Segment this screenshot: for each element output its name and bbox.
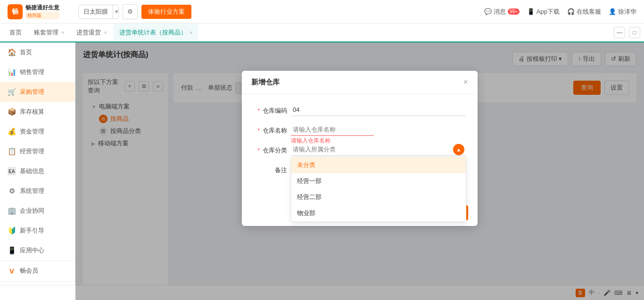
avatar-icon: 👤 — [609, 8, 616, 15]
message-btn[interactable]: 💬 消息 99+ — [484, 8, 520, 16]
warehouse-name-input[interactable] — [291, 124, 374, 136]
sidebar-item-system[interactable]: ⚙ 系统管理 — [0, 181, 75, 201]
modal-overlay: 新增仓库 × * 仓库编码 — [75, 42, 644, 300]
sidebar-item-system-label: 系统管理 — [20, 187, 44, 195]
category-dropdown-list: 未分类 经营一部 经营二部 物业部 — [291, 157, 466, 222]
operations-icon: 📋 — [8, 147, 16, 156]
gear-icon: ⚙ — [127, 8, 133, 15]
sidebar: 🏠 首页 📊 销售管理 🛒 采购管理 📦 库存核算 💰 资金管理 📋 经营管理 … — [0, 42, 75, 300]
tab-purchase-stats[interactable]: 进货单统计表（按商品） × — [114, 24, 198, 42]
logo-area: 畅 畅捷通好生意 精简版 — [8, 4, 78, 19]
modal-close-button[interactable]: × — [463, 77, 468, 87]
logo-text: 畅捷通好生意 精简版 — [25, 4, 59, 19]
sidebar-item-sales-label: 销售管理 — [20, 68, 44, 76]
modal-header: 新增仓库 × — [242, 71, 478, 94]
tab-purchase-stats-label: 进货单统计表（按商品） — [119, 28, 187, 37]
phone-icon: 📱 — [527, 8, 535, 15]
user-avatar[interactable]: 👤 徐泽华 — [609, 8, 636, 16]
sidebar-item-purchase[interactable]: 🛒 采购管理 — [0, 82, 75, 102]
tab-minimize-btn[interactable]: — — [614, 27, 625, 38]
form-row-category: * 仓库分类 ▲ 未分类 经营一部 经营二部 物业部 — [253, 143, 466, 156]
sidebar-item-inventory[interactable]: 📦 库存核算 — [0, 102, 75, 122]
sidebar-item-purchase-label: 采购管理 — [20, 88, 44, 96]
chevron-down-icon: ▾ — [115, 8, 118, 15]
category-input[interactable] — [291, 143, 466, 156]
tab-purchase-return-label: 进货退货 — [76, 28, 101, 37]
tab-bar-actions: — □ — [614, 24, 640, 42]
try-industry-button[interactable]: 体验行业方案 — [141, 5, 191, 19]
search-select-btn[interactable]: 日太阳膜 — [79, 5, 113, 18]
home-icon: 🏠 — [8, 48, 16, 57]
form-row-code: * 仓库编码 — [253, 104, 466, 116]
category-select-wrapper: ▲ 未分类 经营一部 经营二部 物业部 — [291, 143, 466, 156]
tab-purchase-return[interactable]: 进货退货 × — [71, 24, 112, 42]
logo-icon: 畅 — [8, 4, 23, 19]
tab-purchase-stats-close[interactable]: × — [190, 30, 192, 35]
top-header: 畅 畅捷通好生意 精简版 日太阳膜 ▾ ⚙ 体验行业方案 💬 消息 99+ 📱 … — [0, 0, 644, 24]
form-row-name: * 仓库名称 请输入仓库名称 — [253, 124, 466, 136]
sidebar-item-operations[interactable]: 📋 经营管理 — [0, 142, 75, 161]
dropdown-item-0[interactable]: 未分类 — [291, 157, 466, 173]
modal-body: * 仓库编码 * 仓库名称 — [242, 94, 478, 200]
modal-title: 新增仓库 — [251, 78, 280, 87]
tab-account-close[interactable]: × — [61, 30, 64, 35]
dropdown-item-1[interactable]: 经营一部 — [291, 173, 466, 189]
required-star: * — [257, 107, 260, 114]
sidebar-item-enterprise[interactable]: 🏢 企业协同 — [0, 201, 75, 221]
sidebar-item-finance[interactable]: 💰 资金管理 — [0, 122, 75, 142]
tab-home-label: 首页 — [9, 28, 22, 37]
header-right: 💬 消息 99+ 📱 App下载 🎧 在线客服 👤 徐泽华 — [484, 8, 636, 16]
required-star-category: * — [257, 147, 260, 154]
form-note-label: 备注 — [253, 163, 291, 175]
finance-icon: 💰 — [8, 127, 16, 136]
tab-home[interactable]: 首页 — [4, 24, 27, 42]
form-name-label: * 仓库名称 — [253, 124, 291, 135]
modal-new-warehouse: 新增仓库 × * 仓库编码 — [242, 71, 478, 226]
purchase-icon: 🛒 — [8, 88, 16, 96]
tab-purchase-return-close[interactable]: × — [104, 30, 107, 35]
system-icon: ⚙ — [8, 187, 16, 195]
sidebar-item-sales[interactable]: 📊 销售管理 — [0, 62, 75, 82]
basic-icon: EA — [8, 167, 16, 175]
sidebar-item-appcenter[interactable]: 📱 应用中心 — [0, 241, 75, 260]
warehouse-code-input[interactable] — [291, 104, 466, 116]
tab-account[interactable]: 账套管理 × — [28, 24, 70, 42]
sidebar-item-vip-label: 畅会员 — [20, 267, 38, 275]
sidebar-item-appcenter-label: 应用中心 — [20, 246, 44, 255]
sidebar-item-home-label: 首页 — [20, 48, 32, 57]
header-search: 日太阳膜 ▾ ⚙ 体验行业方案 — [78, 4, 484, 19]
dropdown-item-2[interactable]: 经营二部 — [291, 189, 466, 205]
dropdown-item-3[interactable]: 物业部 — [291, 205, 466, 221]
vip-icon: V — [8, 267, 16, 275]
sales-icon: 📊 — [8, 68, 16, 76]
category-dropdown-btn[interactable]: ▲ — [453, 144, 464, 155]
sidebar-item-basic-label: 基础信息 — [20, 167, 44, 175]
enterprise-icon: 🏢 — [8, 207, 16, 215]
sidebar-item-newbie[interactable]: 🔰 新手引导 — [0, 221, 75, 241]
main-layout: 🏠 首页 📊 销售管理 🛒 采购管理 📦 库存核算 💰 资金管理 📋 经营管理 … — [0, 42, 644, 300]
tab-account-label: 账套管理 — [34, 28, 58, 37]
sidebar-item-home[interactable]: 🏠 首页 — [0, 42, 75, 62]
content-area: 进货单统计(按商品) 🖨 按模板打印 ▾ ↑ 导出 ↺ 刷新 — [75, 42, 644, 300]
required-star-name: * — [257, 127, 260, 134]
newbie-icon: 🔰 — [8, 226, 16, 235]
form-category-label: * 仓库分类 — [253, 143, 291, 155]
online-service-btn[interactable]: 🎧 在线客服 — [567, 8, 601, 16]
appcenter-icon: 📱 — [8, 246, 16, 255]
sidebar-item-basic[interactable]: EA 基础信息 — [0, 161, 75, 181]
app-download-btn[interactable]: 📱 App下载 — [527, 8, 560, 16]
sidebar-item-enterprise-label: 企业协同 — [20, 207, 44, 215]
message-icon: 💬 — [484, 8, 492, 15]
sidebar-item-operations-label: 经营管理 — [20, 147, 44, 156]
gear-button[interactable]: ⚙ — [123, 4, 138, 19]
tab-maximize-btn[interactable]: □ — [629, 27, 640, 38]
inventory-icon: 📦 — [8, 108, 16, 116]
tab-bar: 首页 账套管理 × 进货退货 × 进货单统计表（按商品） × — □ — [0, 24, 644, 42]
headset-icon: 🎧 — [567, 8, 575, 15]
form-code-label: * 仓库编码 — [253, 104, 291, 115]
search-wrapper: 日太阳膜 ▾ — [78, 5, 119, 19]
sidebar-item-finance-label: 资金管理 — [20, 127, 44, 136]
sidebar-item-inventory-label: 库存核算 — [20, 108, 44, 116]
sidebar-item-newbie-label: 新手引导 — [20, 226, 44, 235]
sidebar-item-vip[interactable]: V 畅会员 — [0, 261, 75, 281]
